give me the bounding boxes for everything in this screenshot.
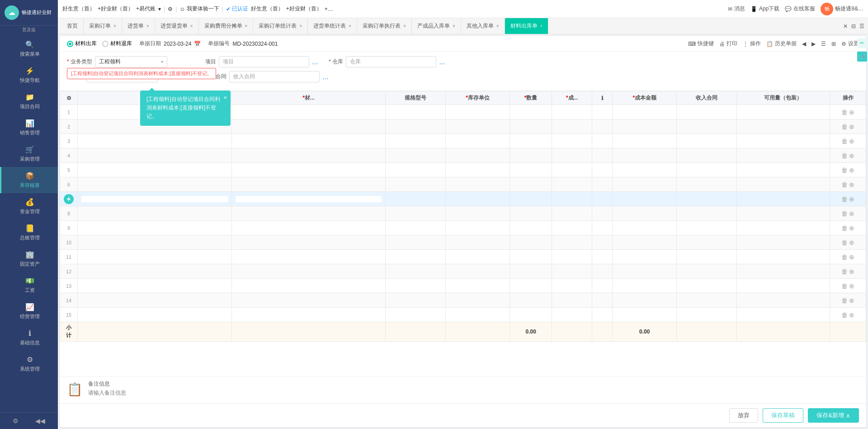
row-material-10[interactable] (231, 235, 386, 250)
copy-row-btn-15[interactable]: ⊕ (849, 311, 854, 319)
row-cost-amount-2[interactable] (613, 119, 677, 134)
row-income-contract-12[interactable] (677, 264, 737, 279)
row-project-15[interactable] (78, 308, 232, 322)
row-quantity-2[interactable] (510, 119, 552, 134)
row-income-contract-10[interactable] (677, 235, 737, 250)
row-quantity-11[interactable] (510, 250, 552, 264)
tab-1[interactable]: 采购订单× (84, 18, 122, 34)
row-cost-amount-1[interactable] (613, 105, 677, 119)
nav-good-business2[interactable]: 好生意（首） (251, 5, 283, 13)
row-unit-3[interactable] (445, 134, 509, 148)
col-settings[interactable]: ⚙ (60, 91, 78, 105)
delete-row-btn-5[interactable]: 🗑 (841, 167, 848, 174)
copy-row-btn-13[interactable]: ⊕ (849, 282, 854, 290)
copy-row-btn-12[interactable]: ⊕ (849, 268, 854, 275)
row-cost-amount-14[interactable] (613, 293, 677, 308)
warehouse-more-btn[interactable]: ... (439, 58, 445, 66)
row-spec-10[interactable] (386, 235, 446, 250)
sidebar-item-销售管理[interactable]: 📊 销售管理 (0, 114, 58, 141)
tab-10[interactable]: 材料出库单× (505, 18, 549, 34)
row-unit-12[interactable] (445, 264, 509, 279)
row-cost-amount-15[interactable] (613, 308, 677, 322)
copy-row-btn-8[interactable]: ⊕ (849, 210, 854, 217)
row-spec-4[interactable] (386, 148, 446, 163)
operation-btn[interactable]: ⋮ 操作 (743, 40, 761, 48)
row-quantity-10[interactable] (510, 235, 552, 250)
copy-row-btn-14[interactable]: ⊕ (849, 297, 854, 304)
tab-9[interactable]: 其他入库单× (461, 18, 505, 34)
project-cell-input[interactable] (81, 196, 228, 202)
radio-material-return[interactable]: 材料退库 (102, 40, 132, 48)
row-cost-2[interactable] (552, 119, 592, 134)
delete-row-btn-15[interactable]: 🗑 (841, 311, 848, 319)
row-income-contract-2[interactable] (677, 119, 737, 134)
sidebar-item-快捷导航[interactable]: ⚡ 快捷导航 (0, 62, 58, 88)
right-edit-btn[interactable]: ✏ (857, 38, 867, 48)
delete-row-btn-6[interactable]: 🗑 (841, 181, 848, 188)
row-cost-10[interactable] (552, 235, 592, 250)
radio-material-out[interactable]: 材料出库 (67, 40, 97, 48)
tab-close-10[interactable]: × (540, 24, 543, 29)
sidebar-item-总账管理[interactable]: 📒 总账管理 (0, 219, 58, 246)
row-available-5[interactable] (736, 163, 830, 177)
row-cost-amount-13[interactable] (613, 279, 677, 293)
row-spec-5[interactable] (386, 163, 446, 177)
row-unit-8[interactable] (445, 206, 509, 221)
row-spec-active[interactable] (386, 192, 446, 206)
tab-close-all-icon[interactable]: ✕ (843, 23, 848, 29)
income-contract-input[interactable]: 收入合同 (229, 71, 320, 82)
copy-row-btn-11[interactable]: ⊕ (849, 253, 854, 261)
tab-list-icon[interactable]: ⊟ (851, 23, 856, 29)
row-available-15[interactable] (736, 308, 830, 322)
row-spec-1[interactable] (386, 105, 446, 119)
tab-grid-icon[interactable]: ☰ (859, 23, 864, 29)
row-income-contract-15[interactable] (677, 308, 737, 322)
row-cost-amount-11[interactable] (613, 250, 677, 264)
business-type-input[interactable]: 工程领料 ▾ (95, 56, 167, 67)
row-quantity-13[interactable] (510, 279, 552, 293)
row-available-active[interactable] (736, 192, 830, 206)
row-spec-9[interactable] (386, 221, 446, 235)
row-unit-11[interactable] (445, 250, 509, 264)
row-available-8[interactable] (736, 206, 830, 221)
row-project-active[interactable] (78, 192, 232, 206)
row-spec-12[interactable] (386, 264, 446, 279)
row-cost-3[interactable] (552, 134, 592, 148)
sidebar-item-项目合同[interactable]: 📁 项目合同 (0, 88, 58, 114)
project-input[interactable]: 项目 (219, 56, 309, 67)
sidebar-item-基础信息[interactable]: ℹ 基础信息 (0, 324, 58, 351)
sidebar-item-采购管理[interactable]: 🛒 采购管理 (0, 141, 58, 167)
row-material-6[interactable] (231, 177, 386, 192)
row-income-contract-active[interactable] (677, 192, 737, 206)
experience-btn[interactable]: ☺ 我要体验一下 (179, 5, 219, 13)
row-unit-2[interactable] (445, 119, 509, 134)
row-income-contract-4[interactable] (677, 148, 737, 163)
row-unit-5[interactable] (445, 163, 509, 177)
nav-good-finance[interactable]: +好业财（首） (98, 5, 133, 13)
prev-record-btn[interactable]: ◀ (802, 41, 806, 47)
grid-view-btn[interactable]: ⊞ (831, 41, 836, 47)
row-cost-active[interactable] (552, 192, 592, 206)
row-material-2[interactable] (231, 119, 386, 134)
row-available-10[interactable] (736, 235, 830, 250)
delete-row-btn-14[interactable]: 🗑 (841, 297, 848, 304)
row-available-12[interactable] (736, 264, 830, 279)
row-spec-15[interactable] (386, 308, 446, 322)
delete-row-btn-1[interactable]: 🗑 (841, 109, 848, 116)
row-material-13[interactable] (231, 279, 386, 293)
row-quantity-4[interactable] (510, 148, 552, 163)
row-unit-6[interactable] (445, 177, 509, 192)
sidebar-item-工资[interactable]: 💵 工资 (0, 272, 58, 298)
tab-8[interactable]: 产成品入库单× (412, 18, 461, 34)
tab-close-9[interactable]: × (496, 24, 499, 29)
tab-2[interactable]: 进货单× (122, 18, 155, 34)
tab-close-3[interactable]: × (190, 24, 193, 29)
sidebar-item-搜索菜单[interactable]: 🔍 搜索菜单 (0, 36, 58, 62)
row-income-contract-8[interactable] (677, 206, 737, 221)
copy-row-btn-9[interactable]: ⊕ (849, 224, 854, 232)
row-spec-14[interactable] (386, 293, 446, 308)
row-income-contract-13[interactable] (677, 279, 737, 293)
row-available-13[interactable] (736, 279, 830, 293)
row-unit-15[interactable] (445, 308, 509, 322)
delete-row-btn-4[interactable]: 🗑 (841, 152, 848, 159)
